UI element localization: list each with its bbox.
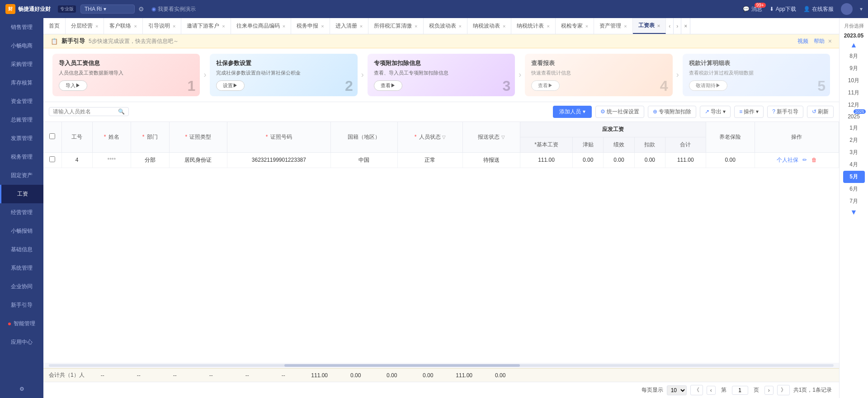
sidebar-item-smart[interactable]: 智能管理 [0,314,43,333]
tab-asset-mgmt[interactable]: 资产管理 × [594,18,632,34]
tab-close-all-button[interactable]: × [681,18,690,34]
row-checkbox[interactable] [49,156,55,162]
horizontal-scrollbar[interactable] [43,363,839,368]
sidebar-item-asset[interactable]: 固定资产 [0,166,43,185]
tab-close-icon[interactable]: × [459,23,462,29]
sidebar-item-invoice[interactable]: 发票管理 [0,129,43,148]
export-button[interactable]: ↗ 导出 ▾ [700,106,731,118]
tab-close-icon[interactable]: × [283,23,285,29]
tab-close-icon[interactable]: × [547,23,549,29]
add-person-button[interactable]: 添加人员 ▾ [553,106,592,118]
sidebar-item-coop[interactable]: 企业协同 [0,277,43,296]
video-link[interactable]: 视频 [797,37,808,45]
step-5-button[interactable]: 敬请期待▶ [689,80,727,91]
month-item-5[interactable]: 5月 [843,171,865,183]
tab-close-icon[interactable]: × [134,23,137,29]
tab-home[interactable]: 首页 [43,18,66,34]
action-delete-icon[interactable]: 🗑 [811,157,817,163]
step-1-button[interactable]: 导入▶ [59,80,87,91]
tab-close-icon[interactable]: × [173,23,175,29]
last-page-button[interactable]: 》 [777,385,790,395]
demo-link[interactable]: ◉ 我要看实例演示 [151,5,196,13]
sidebar-item-ledger[interactable]: 总账管理 [0,111,43,129]
sidebar-item-report[interactable]: 小畅报销 [0,222,43,240]
tab-close-icon[interactable]: × [657,23,660,28]
tab-prev-button[interactable]: ‹ [666,18,674,34]
month-item-year2025[interactable]: 2025 2025 [843,111,865,122]
tab-customer[interactable]: 客户联络 × [104,18,142,34]
user-menu-icon[interactable]: ▾ [860,6,863,12]
tab-close-icon[interactable]: × [321,23,324,29]
tab-close-icon[interactable]: × [503,23,505,29]
sidebar-item-basic[interactable]: 基础信息 [0,240,43,259]
tab-tax-calc[interactable]: 所得税汇算清缴 × [368,18,423,34]
tab-partition[interactable]: 分层经营 × [66,18,104,34]
month-down-button[interactable]: ▼ [849,207,859,217]
month-item-10[interactable]: 10月 [843,75,865,87]
month-item-1[interactable]: 1月 [843,122,865,134]
guide-close-icon[interactable]: × [828,37,832,45]
search-icon[interactable]: 🔍 [118,108,125,115]
action-edit-icon[interactable]: ✏ [802,157,807,163]
tab-close-icon[interactable]: × [95,23,98,29]
sidebar-settings[interactable]: ⚙ [0,379,43,398]
prev-page-button[interactable]: ‹ [707,386,716,395]
tab-close-icon[interactable]: × [624,23,627,29]
month-up-button[interactable]: ▲ [849,40,859,50]
help-link[interactable]: 帮助 [814,37,825,45]
tab-tax-expert[interactable]: 税检专家 × [556,18,594,34]
month-item-2[interactable]: 2月 [843,134,865,146]
report-filter-icon[interactable]: ▽ [501,135,505,140]
company-selector[interactable]: THA Ri ▾ [80,5,135,14]
page-number-input[interactable] [732,386,748,395]
online-service-button[interactable]: 👤 在线客服 [803,5,834,13]
month-item-11[interactable]: 11月 [843,87,865,99]
sidebar-item-purchase[interactable]: 采购管理 [0,55,43,74]
action-button[interactable]: ≡ 操作 ▾ [734,106,764,118]
scrollbar-thumb[interactable] [284,364,520,367]
sidebar-item-system[interactable]: 系统管理 [0,259,43,277]
sidebar-item-salary[interactable]: 工资 [0,185,43,203]
first-page-button[interactable]: 《 [690,385,703,395]
tab-close-icon[interactable]: × [222,23,225,29]
new-guide-button[interactable]: ? 新手引导 [767,106,803,118]
month-item-7[interactable]: 7月 [843,195,865,207]
tab-tax-report[interactable]: 税务申报 × [291,18,330,34]
month-item-6[interactable]: 6月 [843,183,865,195]
month-item-4[interactable]: 4月 [843,159,865,171]
tab-close-icon[interactable]: × [415,23,417,29]
sidebar-item-operate[interactable]: 经营管理 [0,203,43,222]
action-social-insurance[interactable]: 个人社保 [777,157,798,163]
step-4-button[interactable]: 查看▶ [531,80,560,91]
month-item-8[interactable]: 8月 [843,50,865,62]
month-item-3[interactable]: 3月 [843,146,865,159]
step-3-button[interactable]: 查看▶ [374,80,402,91]
tab-invite[interactable]: 邀请下游客户 × [181,18,231,34]
page-size-select[interactable]: 10 20 50 [667,385,687,395]
social-setting-button[interactable]: ⚙ 统一社保设置 [595,106,644,118]
tab-guide[interactable]: 引导说明 × [143,18,181,34]
tab-next-button[interactable]: › [674,18,681,34]
tab-salary[interactable]: 工资表 × [633,18,666,34]
tab-close-icon[interactable]: × [360,23,363,29]
step-2-button[interactable]: 设置▶ [216,80,245,91]
sidebar-item-ecom[interactable]: 小畅电商 [0,37,43,55]
special-deduct-button[interactable]: ⊕ 专项附加扣除 [648,106,696,118]
sidebar-item-inventory[interactable]: 库存核算 [0,74,43,92]
next-page-button[interactable]: › [764,386,774,395]
gear-icon[interactable]: ⚙ [138,5,144,13]
sidebar-item-sales[interactable]: 销售管理 [0,18,43,37]
tab-close-icon[interactable]: × [585,23,588,29]
avatar[interactable] [841,3,853,15]
tab-product-code[interactable]: 往来单位商品编码 × [231,18,291,34]
sidebar-item-capital[interactable]: 资金管理 [0,92,43,111]
status-filter-icon[interactable]: ▽ [442,135,446,140]
tab-tax-count[interactable]: 纳税统计表 × [511,18,555,34]
tab-tax-stat[interactable]: 纳税波动表 × [467,18,511,34]
select-all-checkbox[interactable] [49,133,55,139]
sidebar-item-appcenter[interactable]: 应用中心 [0,333,43,351]
message-button[interactable]: 💬 消息 99+ [743,5,762,13]
tab-tax-reduce[interactable]: 税负波动表 × [424,18,467,34]
month-item-9[interactable]: 9月 [843,62,865,75]
sidebar-item-guide[interactable]: 新手引导 [0,296,43,314]
